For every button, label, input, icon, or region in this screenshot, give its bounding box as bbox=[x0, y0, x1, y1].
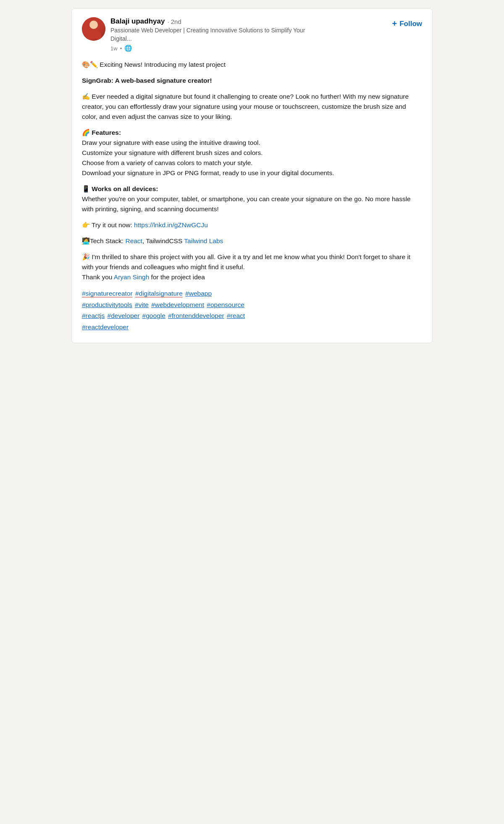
closing-text: 🎉 I'm thrilled to share this project wit… bbox=[82, 253, 410, 270]
user-headline: Passionate Web Developer | Creating Inno… bbox=[110, 26, 312, 43]
user-details: Balaji upadhyay · 2nd Passionate Web Dev… bbox=[110, 17, 312, 52]
devices-text: Whether you're on your computer, tablet,… bbox=[82, 195, 411, 213]
name-line: Balaji upadhyay · 2nd bbox=[110, 17, 312, 26]
feature-4: Download your signature in JPG or PNG fo… bbox=[82, 169, 334, 176]
hashtag-react[interactable]: #react bbox=[227, 312, 245, 319]
project-name-line: SignGrab: A web-based signature creator! bbox=[82, 76, 422, 86]
devices-header: 📱 Works on all devices: bbox=[82, 185, 158, 192]
description-paragraph: ✍️ Ever needed a digital signature but f… bbox=[82, 92, 422, 122]
feature-1: Draw your signature with ease using the … bbox=[82, 139, 260, 146]
avatar[interactable] bbox=[82, 17, 105, 41]
hashtag-signaturecreator[interactable]: #signaturecreator bbox=[82, 290, 133, 297]
aryan-singh-link[interactable]: Aryan Singh bbox=[114, 273, 149, 281]
try-line: 👉 Try it out now: https://lnkd.in/gZNwGC… bbox=[82, 220, 422, 230]
intro-line: 🎨✏️ Exciting News! Introducing my latest… bbox=[82, 60, 422, 70]
tech-stack-line: 🧑‍💻Tech Stack: React, TailwindCSS Tailwi… bbox=[82, 236, 422, 246]
hashtag-webdevelopment[interactable]: #webdevelopment bbox=[151, 301, 204, 308]
hashtag-webapp[interactable]: #webapp bbox=[185, 290, 212, 297]
thank-you-prefix: Thank you bbox=[82, 273, 112, 281]
follow-plus-icon: + bbox=[392, 19, 397, 29]
meta-dot: • bbox=[120, 45, 122, 52]
avatar-image bbox=[82, 17, 105, 41]
hashtag-opensource[interactable]: #opensource bbox=[207, 301, 244, 308]
tech-middle: , TailwindCSS bbox=[142, 237, 182, 244]
post-card: Balaji upadhyay · 2nd Passionate Web Dev… bbox=[71, 8, 433, 343]
hashtag-reactdeveloper[interactable]: #reactdeveloper bbox=[82, 323, 129, 331]
tech-label: 🧑‍💻Tech Stack: bbox=[82, 237, 123, 244]
closing-paragraph: 🎉 I'm thrilled to share this project wit… bbox=[82, 252, 422, 282]
hashtag-digitalsignature[interactable]: #digitalsignature bbox=[135, 290, 183, 297]
hashtag-reactjs[interactable]: #reactjs bbox=[82, 312, 105, 319]
post-time: 1w bbox=[110, 45, 118, 52]
try-link[interactable]: https://lnkd.in/gZNwGCJu bbox=[134, 221, 208, 228]
react-link[interactable]: React bbox=[125, 237, 142, 244]
features-section: 🌈 Features: Draw your signature with eas… bbox=[82, 128, 422, 178]
connection-degree: · 2nd bbox=[167, 18, 181, 25]
hashtag-vite[interactable]: #vite bbox=[135, 301, 149, 308]
post-header: Balaji upadhyay · 2nd Passionate Web Dev… bbox=[82, 17, 422, 52]
hashtag-frontenddeveloper[interactable]: #frontenddeveloper bbox=[168, 312, 224, 319]
globe-icon: 🌐 bbox=[124, 45, 132, 52]
follow-label: Follow bbox=[399, 20, 422, 28]
project-name: SignGrab: A web-based signature creator! bbox=[82, 77, 212, 84]
user-info-block: Balaji upadhyay · 2nd Passionate Web Dev… bbox=[82, 17, 312, 52]
tailwind-link[interactable]: Tailwind Labs bbox=[184, 237, 223, 244]
user-name[interactable]: Balaji upadhyay bbox=[110, 17, 165, 26]
try-label: 👉 Try it out now: bbox=[82, 221, 132, 228]
hashtags-block: #signaturecreator #digitalsignature #web… bbox=[82, 288, 422, 332]
hashtag-google[interactable]: #google bbox=[142, 312, 165, 319]
post-meta: 1w • 🌐 bbox=[110, 45, 312, 52]
follow-button[interactable]: + Follow bbox=[392, 17, 422, 30]
hashtag-developer[interactable]: #developer bbox=[108, 312, 140, 319]
post-content: 🎨✏️ Exciting News! Introducing my latest… bbox=[82, 60, 422, 333]
hashtag-productivitytools[interactable]: #productivitytools bbox=[82, 301, 132, 308]
feature-3: Choose from a variety of canvas colors t… bbox=[82, 159, 253, 166]
features-header: 🌈 Features: bbox=[82, 129, 121, 136]
devices-section: 📱 Works on all devices: Whether you're o… bbox=[82, 184, 422, 214]
feature-2: Customize your signature with different … bbox=[82, 149, 262, 156]
thank-you-suffix: for the project idea bbox=[151, 273, 205, 281]
